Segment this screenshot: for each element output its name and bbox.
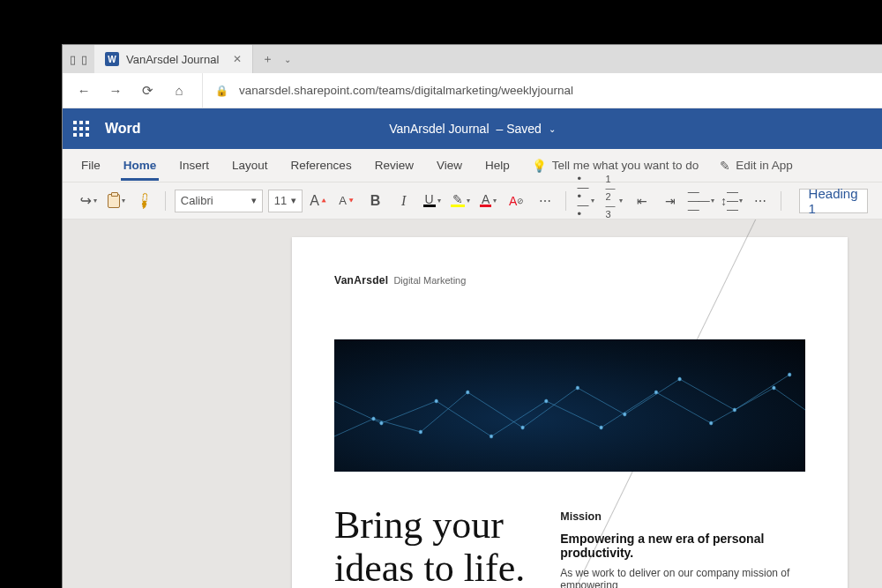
browser-navbar: ← → ⟳ ⌂ 🔒 vanarsdel.sharepoint.com/teams… [63, 73, 882, 108]
svg-point-14 [654, 391, 658, 394]
paste-button[interactable]: ▾ [105, 189, 128, 213]
mission-headline: Empowering a new era of personal product… [560, 532, 805, 560]
home-icon[interactable]: ⌂ [170, 83, 188, 98]
separator [565, 191, 566, 211]
font-size-select[interactable]: 11 ▾ [268, 190, 303, 212]
document-canvas[interactable]: VanArsdel Digital Marketing [63, 220, 882, 588]
font-name-value: Calibri [181, 194, 213, 207]
tell-me-search[interactable]: 💡 Tell me what you want to do [532, 159, 699, 173]
browser-tabstrip: ▯ ▯ W VanArsdel Journal ✕ ＋ ⌄ [63, 45, 882, 73]
edit-in-app-label: Edit in App [736, 159, 793, 172]
lightbulb-icon: 💡 [532, 159, 547, 173]
shrink-font-button[interactable]: A🔻 [336, 189, 359, 213]
tab-help[interactable]: Help [484, 159, 511, 172]
app-titlebar: Word VanArsdel Journal – Saved ⌄ [63, 108, 882, 149]
brand-subtitle: Digital Marketing [393, 275, 466, 286]
italic-button[interactable]: I [392, 189, 415, 213]
headline-line2: ideas to life. [334, 547, 525, 588]
svg-point-15 [709, 421, 713, 425]
clear-format-button[interactable]: A⊘ [505, 189, 528, 213]
tab-layout[interactable]: Layout [231, 159, 269, 172]
svg-point-12 [545, 399, 549, 403]
edit-in-app-button[interactable]: ✎ Edit in App [720, 159, 793, 173]
bullets-button[interactable]: •—•—•—▾ [574, 189, 597, 213]
mission-body: As we work to deliver on our company mis… [560, 567, 805, 588]
svg-point-2 [467, 391, 470, 394]
more-font-button[interactable]: ⋯ [534, 189, 557, 213]
svg-point-9 [380, 421, 384, 425]
undo-button[interactable]: ↩▾ [77, 189, 100, 213]
app-launcher-icon[interactable] [73, 121, 89, 137]
tab-file[interactable]: File [80, 159, 101, 172]
tab-review[interactable]: Review [374, 159, 415, 172]
chevron-down-icon: ⌄ [549, 124, 556, 134]
svg-point-16 [773, 386, 776, 390]
style-select[interactable]: Heading 1 [799, 189, 868, 213]
window-icon-tabs[interactable]: ▯ [81, 53, 87, 66]
more-para-button[interactable]: ⋯ [749, 189, 772, 213]
svg-point-11 [490, 435, 493, 438]
ribbon-toolbar: ↩▾ ▾ 🖌 Calibri ▾ 11 ▾ A🔺 A🔻 B I U▾ ✎▾ A▾… [63, 182, 882, 220]
svg-point-1 [419, 430, 422, 434]
address-bar[interactable]: 🔒 vanarsdel.sharepoint.com/teams/digital… [202, 73, 870, 108]
font-name-select[interactable]: Calibri ▾ [175, 190, 263, 212]
tab-home[interactable]: Home [123, 159, 158, 172]
increase-indent-button[interactable]: ⇥ [659, 189, 682, 213]
font-color-button[interactable]: A▾ [477, 189, 500, 213]
document-title: VanArsdel Journal [389, 122, 489, 136]
highlight-button[interactable]: ✎▾ [449, 189, 472, 213]
browser-tab-active[interactable]: W VanArsdel Journal ✕ [94, 45, 253, 73]
close-tab-icon[interactable]: ✕ [233, 53, 242, 65]
document-title-block[interactable]: VanArsdel Journal – Saved ⌄ [389, 122, 556, 136]
url-text: vanarsdel.sharepoint.com/teams/digitalma… [239, 84, 573, 97]
refresh-icon[interactable]: ⟳ [138, 83, 156, 99]
svg-point-3 [521, 426, 525, 429]
line-spacing-button[interactable]: ↕———▾ [720, 189, 744, 213]
word-favicon-icon: W [105, 52, 119, 66]
bold-button[interactable]: B [364, 189, 387, 213]
lock-icon: 🔒 [215, 85, 228, 97]
tell-me-label: Tell me what you want to do [552, 159, 699, 172]
numbering-button[interactable]: 1—2—3—▾ [602, 189, 625, 213]
tab-view[interactable]: View [436, 159, 463, 172]
back-icon[interactable]: ← [75, 83, 93, 98]
style-value: Heading 1 [809, 186, 858, 216]
grow-font-button[interactable]: A🔺 [308, 189, 331, 213]
svg-point-4 [576, 386, 579, 390]
svg-point-7 [733, 408, 736, 412]
brand-name: VanArsdel [334, 274, 388, 287]
svg-point-8 [788, 373, 791, 376]
headline-line1: Bring your [334, 503, 504, 547]
tab-title: VanArsdel Journal [126, 53, 219, 66]
ribbon-tabs: File Home Insert Layout References Revie… [63, 149, 882, 182]
svg-point-13 [600, 426, 603, 429]
new-tab-icon[interactable]: ＋ [262, 51, 273, 67]
app-name: Word [105, 121, 141, 137]
document-save-state: – Saved [497, 122, 542, 136]
separator [165, 191, 166, 211]
hero-image [334, 339, 805, 472]
svg-point-10 [435, 399, 438, 403]
brand-header: VanArsdel Digital Marketing [334, 274, 805, 287]
tab-insert[interactable]: Insert [178, 159, 210, 172]
window-icon-set-aside[interactable]: ▯ [70, 53, 76, 66]
forward-icon[interactable]: → [107, 83, 124, 98]
separator [781, 191, 781, 211]
document-headline[interactable]: Bring your ideas to life. [334, 503, 525, 588]
pencil-icon: ✎ [720, 159, 730, 173]
underline-button[interactable]: U▾ [421, 189, 444, 213]
document-page[interactable]: VanArsdel Digital Marketing [292, 237, 848, 588]
align-button[interactable]: ————▾ [687, 189, 714, 213]
svg-point-0 [372, 417, 376, 421]
svg-point-5 [624, 413, 627, 416]
format-painter-button[interactable]: 🖌 [133, 189, 156, 213]
svg-point-6 [678, 377, 682, 381]
tab-chevron-icon[interactable]: ⌄ [284, 55, 291, 64]
font-size-value: 11 [274, 194, 287, 207]
mission-label: Mission [560, 510, 805, 523]
decrease-indent-button[interactable]: ⇤ [631, 189, 654, 213]
tab-references[interactable]: References [290, 159, 353, 172]
